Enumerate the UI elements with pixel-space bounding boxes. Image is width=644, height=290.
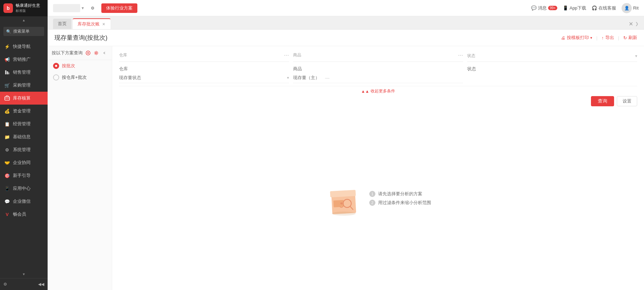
refresh-icon: ↻	[623, 35, 627, 40]
left-panel-header: 按以下方案查询	[48, 46, 112, 60]
svg-point-15	[340, 202, 342, 204]
scheme-settings-button[interactable]	[93, 50, 100, 56]
tab-close-button[interactable]: ×	[102, 22, 106, 26]
sidebar-scroll-up[interactable]: ▲	[21, 18, 26, 23]
page-header: 现存量查询(按批次) 🖨 按模板打印 ▾ | ↑ 导出 | ↻ 刷新	[48, 30, 644, 46]
tab-inventory-batch[interactable]: 库存批次账 ×	[73, 18, 111, 29]
print-icon: 🖨	[561, 35, 565, 40]
sidebar-collapse-button[interactable]: ◀◀	[38, 282, 44, 287]
tab-inventory-batch-label: 库存批次账	[78, 21, 100, 27]
operations-icon: 📋	[4, 121, 10, 127]
sidebar-item-basic[interactable]: 📁 基础信息	[0, 130, 48, 143]
experience-button[interactable]: 体验行业方案	[101, 3, 137, 13]
sidebar-item-label: 销售管理	[13, 69, 31, 75]
settings-icon: ⚙	[3, 282, 7, 287]
content-area: 现存量查询(按批次) 🖨 按模板打印 ▾ | ↑ 导出 | ↻ 刷新	[48, 30, 644, 290]
filter-labels-row: 仓库 商品 状态	[119, 66, 637, 72]
svg-rect-2	[9, 72, 9, 74]
app-download-button[interactable]: 📱 App下载	[563, 5, 586, 11]
sidebar-item-enterprise[interactable]: 🤝 企业协同	[0, 156, 48, 169]
sidebar-item-inventory[interactable]: 库存核算	[0, 92, 48, 105]
export-icon: ↑	[601, 35, 604, 40]
sidebar-item-marketing[interactable]: 📢 营销推广	[0, 53, 48, 66]
sidebar-footer: ⚙ ◀◀	[0, 278, 48, 290]
sidebar-item-finance[interactable]: 💰 资金管理	[0, 105, 48, 117]
finance-icon: 💰	[4, 108, 10, 114]
sidebar: b 畅康通好生意 标准版 ▲ 🔍 搜索菜单 ⚡ 快捷导航 📢 营销推广 销售管理	[0, 0, 48, 290]
print-button[interactable]: 🖨 按模板打印 ▾	[561, 35, 592, 41]
headset-icon: 🎧	[592, 5, 597, 11]
sidebar-item-newbie[interactable]: 🎯 新手引导	[0, 169, 48, 182]
empty-state: 1 请先选择要分析的方案 2 用过滤条件来缩小分析范围	[119, 112, 637, 285]
vip-icon: V	[4, 211, 10, 217]
sidebar-item-vip[interactable]: V 畅会员	[0, 208, 48, 221]
hint-num-1: 1	[369, 191, 375, 197]
sidebar-item-label: 库存核算	[13, 95, 31, 101]
sidebar-item-system[interactable]: ⚙ 系统管理	[0, 143, 48, 156]
search-menu-label: 搜索菜单	[13, 29, 30, 34]
export-button[interactable]: ↑ 导出	[601, 35, 614, 41]
status-label-visible: 状态	[467, 66, 637, 72]
sidebar-item-quick-nav[interactable]: ⚡ 快捷导航	[0, 40, 48, 53]
scheme-item-by-warehouse-batch[interactable]: 按仓库+批次	[48, 72, 112, 83]
warehouse-filter: 仓库 ···	[119, 52, 289, 62]
sidebar-item-operations[interactable]: 📋 经营管理	[0, 117, 48, 130]
hint-text-2: 用过滤条件来缩小分析范围	[378, 200, 431, 206]
goods-more-button[interactable]: ···	[458, 52, 463, 59]
sidebar-item-label: 采购管理	[13, 82, 31, 88]
warehouse-label: 仓库	[119, 52, 131, 58]
tabs-container: 首页 库存批次账 × ✕ ❯	[48, 16, 644, 30]
user-name: Rit	[633, 5, 639, 11]
refresh-button[interactable]: ↻ 刷新	[623, 35, 637, 41]
stock-status-filter: 现存量状态 ▾	[119, 75, 289, 83]
divider1: |	[596, 35, 597, 40]
hint-num-2: 2	[369, 200, 375, 206]
search-icon: 🔍	[6, 29, 11, 34]
collapse-icon: ◀◀	[38, 282, 44, 287]
add-scheme-button[interactable]	[85, 50, 91, 56]
search-menu-button[interactable]: 🔍 搜索菜单	[3, 27, 44, 36]
collapse-bar[interactable]: ▲▲ 收起更多条件	[119, 86, 637, 96]
sidebar-scroll-down[interactable]: ▼	[21, 272, 26, 277]
settings-gear-button[interactable]: ⚙	[87, 4, 98, 12]
settings-button-action[interactable]: 设置	[617, 96, 637, 106]
sidebar-item-enterprise-wechat[interactable]: 💬 企业微信	[0, 195, 48, 208]
user-avatar-placeholder: 👤	[624, 6, 629, 11]
print-dropdown-icon[interactable]: ▾	[590, 36, 592, 40]
panel-close-button[interactable]: ✕	[629, 21, 633, 27]
sidebar-item-label: 畅会员	[13, 211, 26, 217]
tab-home[interactable]: 首页	[53, 19, 71, 29]
online-service-button[interactable]: 🎧 在线客服	[592, 5, 616, 11]
scheme-item-by-batch[interactable]: 按批次	[48, 60, 112, 72]
stock-status-label: 现存量状态	[119, 75, 141, 81]
sidebar-item-sales[interactable]: 销售管理	[0, 66, 48, 79]
phone-icon: 📱	[563, 5, 568, 11]
sales-icon	[4, 69, 10, 75]
empty-text: 1 请先选择要分析的方案 2 用过滤条件来缩小分析范围	[369, 191, 431, 206]
sidebar-item-app-center[interactable]: 📱 应用中心	[0, 182, 48, 195]
system-icon: ⚙	[4, 147, 10, 153]
scheme-item-label: 按批次	[62, 63, 75, 69]
empty-hint-1: 1 请先选择要分析的方案	[369, 191, 431, 197]
right-filter-panel: 仓库 ··· 商品 ··· 状态 ▾	[112, 46, 644, 290]
settings-button[interactable]: ⚙	[3, 282, 7, 287]
user-profile-button[interactable]: 👤 Rit	[622, 3, 639, 13]
empty-illustration	[325, 183, 359, 214]
scheme-collapse-button[interactable]	[101, 50, 108, 56]
sidebar-item-label: 系统管理	[13, 147, 31, 153]
query-button[interactable]: 查询	[591, 96, 614, 106]
breadcrumb-dropdown-icon[interactable]: ▾	[82, 5, 84, 11]
panel-chevron[interactable]: ❯	[635, 21, 639, 26]
purchase-icon: 🛒	[4, 82, 10, 88]
status-dropdown-icon[interactable]: ▾	[635, 54, 637, 58]
messages-button[interactable]: 💬 消息 99+	[531, 5, 557, 11]
scheme-item-label: 按仓库+批次	[62, 74, 87, 80]
hint-text-1: 请先选择要分析的方案	[378, 191, 422, 197]
breadcrumb: ▾	[53, 4, 84, 12]
sidebar-item-purchase[interactable]: 🛒 采购管理	[0, 79, 48, 92]
warehouse-more-button[interactable]: ···	[284, 52, 289, 59]
breadcrumb-input[interactable]	[53, 4, 80, 12]
sidebar-item-label: 企业微信	[13, 198, 31, 204]
svg-point-8	[96, 52, 97, 54]
stock-status-dropdown-icon[interactable]: ▾	[287, 75, 289, 80]
